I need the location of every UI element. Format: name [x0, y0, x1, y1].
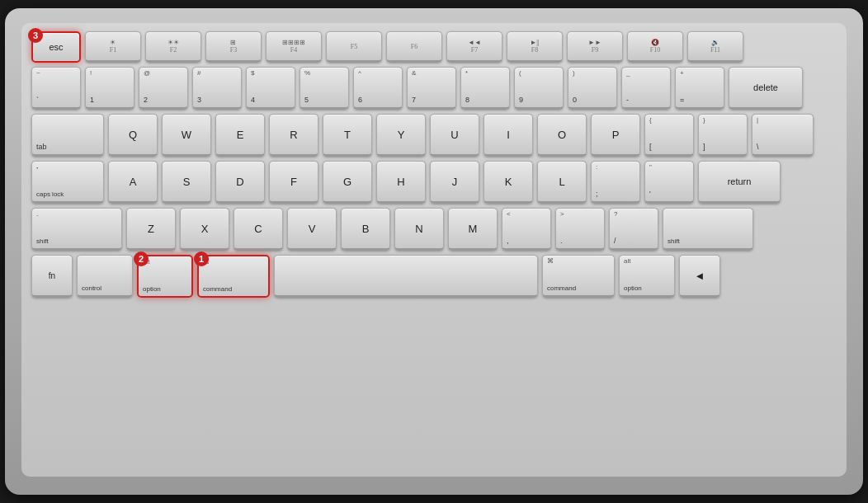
minus-key[interactable]: _ -: [621, 67, 671, 110]
control-key[interactable]: control: [77, 255, 133, 298]
return-key[interactable]: return: [698, 161, 781, 204]
fn-row: 3 esc ☀ F1 ☀☀ F2 ⊞ F3: [31, 31, 837, 63]
m-key[interactable]: M: [448, 208, 498, 251]
f2-key[interactable]: ☀☀ F2: [145, 31, 201, 63]
backspace-key[interactable]: delete: [729, 67, 803, 110]
right-option-key[interactable]: alt option: [619, 255, 675, 298]
4-key[interactable]: $ 4: [246, 67, 295, 110]
f11-key[interactable]: 🔉 F11: [687, 31, 743, 63]
o-key[interactable]: O: [537, 114, 587, 157]
esc-key[interactable]: 3 esc: [31, 31, 81, 63]
f10-key[interactable]: 🔇 F10: [627, 31, 683, 63]
f-key[interactable]: F: [269, 161, 318, 204]
caps-lock-key[interactable]: • caps lock: [31, 161, 104, 204]
f5-key[interactable]: F5: [326, 31, 382, 63]
asdf-row: • caps lock A S D F G H J K L : ; " ' re…: [31, 161, 837, 204]
1-key[interactable]: ! 1: [85, 67, 134, 110]
s-key[interactable]: S: [162, 161, 211, 204]
8-key[interactable]: * 8: [460, 67, 510, 110]
qwerty-row: tab Q W E R T Y U I O P { [ } ] | \: [31, 114, 837, 157]
d-key[interactable]: D: [215, 161, 265, 204]
f6-key[interactable]: F6: [386, 31, 442, 63]
z-key[interactable]: Z: [126, 208, 176, 251]
e-key[interactable]: E: [215, 114, 265, 157]
k-key[interactable]: K: [484, 161, 533, 204]
r-key[interactable]: R: [269, 114, 318, 157]
t-key[interactable]: T: [323, 114, 372, 157]
i-key[interactable]: I: [484, 114, 533, 157]
backslash-key[interactable]: | \: [752, 114, 814, 157]
fn-key[interactable]: fn: [31, 255, 73, 298]
3-key[interactable]: # 3: [192, 67, 242, 110]
bottom-row: fn control 2 alt option 1 ⌘ command ⌘: [31, 255, 837, 298]
keyboard-container: 3 esc ☀ F1 ☀☀ F2 ⊞ F3: [5, 8, 863, 495]
n-key[interactable]: N: [394, 208, 444, 251]
5-key[interactable]: % 5: [300, 67, 349, 110]
left-option-label: option: [143, 286, 161, 294]
bracket-open-key[interactable]: { [: [644, 114, 694, 157]
w-key[interactable]: W: [162, 114, 211, 157]
left-command-key[interactable]: 1 ⌘ command: [197, 255, 270, 298]
g-key[interactable]: G: [323, 161, 372, 204]
p-key[interactable]: P: [591, 114, 640, 157]
y-key[interactable]: Y: [376, 114, 426, 157]
2-key[interactable]: @ 2: [139, 67, 188, 110]
b-key[interactable]: B: [341, 208, 390, 251]
slash-key[interactable]: ? /: [609, 208, 658, 251]
v-key[interactable]: V: [287, 208, 337, 251]
right-shift-key[interactable]: shift: [663, 208, 753, 251]
left-command-label: command: [203, 286, 232, 294]
keyboard-inner: 3 esc ☀ F1 ☀☀ F2 ⊞ F3: [21, 23, 847, 477]
x-key[interactable]: X: [180, 208, 229, 251]
space-key[interactable]: [274, 255, 538, 298]
badge-3: 3: [28, 28, 43, 43]
left-arrow-key[interactable]: ◄: [679, 255, 720, 298]
9-key[interactable]: ( 9: [514, 67, 564, 110]
7-key[interactable]: & 7: [407, 67, 456, 110]
f3-key[interactable]: ⊞ F3: [205, 31, 262, 63]
quote-key[interactable]: " ': [644, 161, 694, 204]
period-key[interactable]: > .: [555, 208, 605, 251]
badge-1: 1: [194, 252, 209, 266]
semicolon-key[interactable]: : ;: [591, 161, 640, 204]
h-key[interactable]: H: [376, 161, 426, 204]
number-row: ~ ` ! 1 @ 2 # 3 $ 4 % 5: [31, 67, 837, 110]
f1-key[interactable]: ☀ F1: [85, 31, 141, 63]
left-option-key[interactable]: 2 alt option: [137, 255, 193, 298]
f8-key[interactable]: ►|| F8: [507, 31, 563, 63]
badge-2: 2: [134, 252, 149, 266]
q-key[interactable]: Q: [108, 114, 158, 157]
0-key[interactable]: ) 0: [568, 67, 617, 110]
l-key[interactable]: L: [537, 161, 587, 204]
u-key[interactable]: U: [430, 114, 479, 157]
f9-key[interactable]: ►► F9: [567, 31, 623, 63]
zxcv-row: shift - Z X C V B N M < , > . ? / shif: [31, 208, 837, 251]
left-shift-key[interactable]: shift -: [31, 208, 122, 251]
comma-key[interactable]: < ,: [502, 208, 551, 251]
bracket-close-key[interactable]: } ]: [698, 114, 748, 157]
j-key[interactable]: J: [430, 161, 479, 204]
f7-key[interactable]: ◄◄ F7: [446, 31, 502, 63]
equals-key[interactable]: + =: [675, 67, 724, 110]
c-key[interactable]: C: [234, 208, 283, 251]
esc-label: esc: [49, 42, 63, 52]
tilde-key[interactable]: ~ `: [31, 67, 81, 110]
right-command-key[interactable]: ⌘ command: [542, 255, 615, 298]
6-key[interactable]: ^ 6: [353, 67, 403, 110]
f4-key[interactable]: ⊞⊞⊞⊞ F4: [266, 31, 322, 63]
a-key[interactable]: A: [108, 161, 158, 204]
tab-key[interactable]: tab: [31, 114, 104, 157]
